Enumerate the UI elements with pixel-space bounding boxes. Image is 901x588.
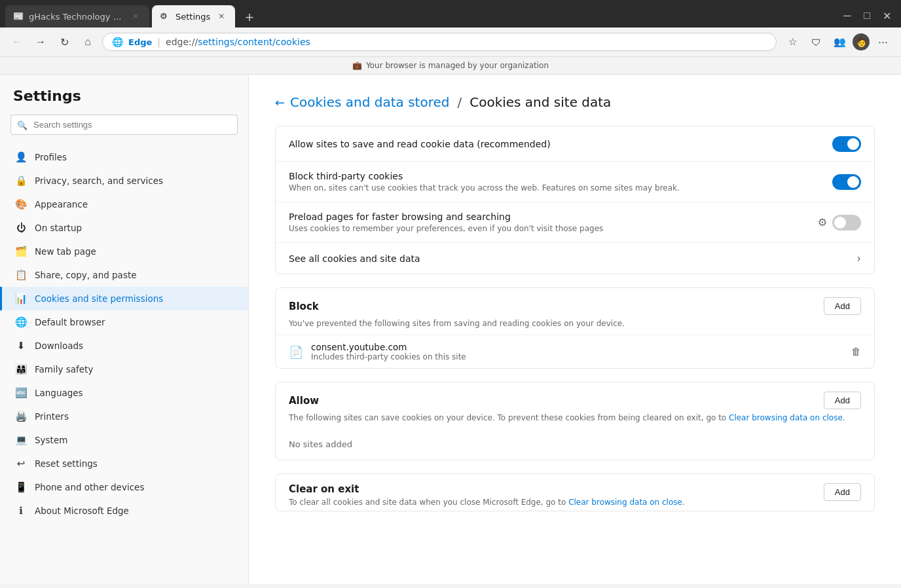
back-breadcrumb-button[interactable]: ← (275, 96, 285, 109)
sidebar-label-newtab: New tab page (35, 246, 96, 257)
sidebar-item-cookies[interactable]: 📊 Cookies and site permissions (0, 287, 248, 310)
see-all-cookies-row[interactable]: See all cookies and site data › (276, 243, 874, 274)
sidebar-title: Settings (0, 88, 248, 115)
home-button[interactable]: ⌂ (79, 33, 97, 51)
maximize-button[interactable]: □ (858, 7, 876, 25)
sidebar-item-printers[interactable]: 🖨️ Printers (0, 405, 248, 428)
sidebar-label-languages: Languages (35, 388, 83, 398)
sidebar-item-share[interactable]: 📋 Share, copy, and paste (0, 263, 248, 287)
forward-button[interactable]: → (31, 33, 50, 51)
sidebar-item-languages[interactable]: 🔤 Languages (0, 381, 248, 405)
profile-avatar[interactable]: 🧑 (853, 33, 870, 50)
shield-icon-button[interactable]: 🛡 (805, 31, 826, 52)
preload-pages-control: ⚙ (818, 215, 861, 230)
sidebar-item-downloads[interactable]: ⬇️ Downloads (0, 334, 248, 358)
delete-blocked-site-button[interactable]: 🗑 (851, 346, 861, 358)
inactive-tab[interactable]: 📰 gHacks Technology News ✕ (5, 5, 149, 28)
sidebar-label-startup: On startup (35, 223, 82, 233)
sidebar-item-privacy[interactable]: 🔒 Privacy, search, and services (0, 169, 248, 193)
allow-cookies-row: Allow sites to save and read cookie data… (276, 126, 874, 162)
block-section-desc: You've prevented the following sites fro… (276, 319, 874, 335)
search-box: 🔍 (10, 115, 238, 135)
blocked-site-name: consent.youtube.com (311, 342, 843, 352)
clear-add-button[interactable]: Add (824, 483, 861, 501)
sidebar-item-newtab[interactable]: 🗂️ New tab page (0, 240, 248, 263)
allow-cookies-toggle[interactable] (832, 136, 861, 152)
settings-sidebar: Settings 🔍 👤 Profiles 🔒 Privacy, search,… (0, 75, 249, 584)
search-input[interactable] (10, 115, 238, 135)
tab-close-1[interactable]: ✕ (130, 10, 141, 22)
clear-on-exit-title: Clear on exit (289, 483, 685, 495)
sidebar-item-profiles[interactable]: 👤 Profiles (0, 145, 248, 169)
sidebar-item-phone[interactable]: 📱 Phone and other devices (0, 475, 248, 499)
sidebar-label-system: System (35, 435, 67, 445)
favorites-button[interactable]: ☆ (782, 31, 803, 52)
allow-add-button[interactable]: Add (824, 392, 861, 409)
settings-more-button[interactable]: ⋯ (872, 31, 893, 52)
tab-close-2[interactable]: ✕ (215, 10, 227, 22)
address-url: edge://settings/content/cookies (166, 37, 310, 47)
newtab-icon: 🗂️ (15, 246, 27, 257)
sidebar-item-startup[interactable]: ⏻ On startup (0, 216, 248, 240)
allow-section-desc: The following sites can save cookies on … (276, 413, 874, 429)
about-icon: ℹ️ (15, 505, 27, 517)
sidebar-label-share: Share, copy, and paste (35, 270, 137, 280)
address-bar-field[interactable]: 🌐 Edge | edge://settings/content/cookies (102, 33, 777, 51)
sidebar-item-family[interactable]: 👨‍👩‍👧 Family safety (0, 358, 248, 381)
preload-pages-title: Preload pages for faster browsing and se… (289, 211, 818, 222)
cookies-icon: 📊 (15, 293, 27, 304)
breadcrumb-separator: / (457, 94, 462, 110)
breadcrumb-current: Cookies and site data (469, 94, 611, 110)
back-button[interactable]: ← (8, 33, 26, 51)
block-third-party-row: Block third-party cookies When on, sites… (276, 162, 874, 202)
sidebar-item-system[interactable]: 💻 System (0, 428, 248, 452)
cookie-settings-section: Allow sites to save and read cookie data… (275, 126, 875, 274)
sidebar-label-printers: Printers (35, 411, 69, 422)
sidebar-item-appearance[interactable]: 🎨 Appearance (0, 193, 248, 216)
refresh-button[interactable]: ↻ (55, 33, 73, 51)
block-third-party-toggle[interactable] (832, 174, 861, 190)
close-button[interactable]: ✕ (877, 7, 896, 25)
clear-on-exit-section: Clear on exit To clear all cookies and s… (275, 473, 875, 511)
profiles-icon: 👤 (15, 151, 27, 163)
allow-section-header: Allow Add (276, 382, 874, 413)
sidebar-item-default-browser[interactable]: 🌐 Default browser (0, 310, 248, 334)
block-section-title: Block (289, 301, 319, 312)
minimize-button[interactable]: ─ (838, 7, 856, 25)
clear-on-exit-header: Clear on exit To clear all cookies and s… (276, 474, 874, 511)
address-separator: | (157, 37, 160, 47)
sidebar-label-about: About Microsoft Edge (35, 505, 129, 516)
search-icon: 🔍 (17, 120, 28, 130)
clear-on-exit-desc: To clear all cookies and site data when … (289, 498, 685, 507)
preload-pages-toggle[interactable] (832, 215, 861, 230)
share-icon: 📋 (15, 269, 27, 281)
url-scheme: edge:// (166, 37, 198, 47)
clear-browsing-link-1[interactable]: Clear browsing data on close (729, 413, 843, 422)
url-path: settings/content/cookies (198, 37, 310, 47)
allow-cookies-title: Allow sites to save and read cookie data… (289, 139, 832, 149)
clear-browsing-link-2[interactable]: Clear browsing data on close (568, 498, 682, 507)
sidebar-label-family: Family safety (35, 364, 93, 375)
briefcase-icon: 💼 (352, 61, 362, 70)
clear-desc-prefix: To clear all cookies and site data when … (289, 498, 568, 507)
preload-pages-desc: Uses cookies to remember your preference… (289, 224, 818, 233)
active-tab[interactable]: ⚙️ Settings ✕ (152, 5, 235, 28)
block-add-button[interactable]: Add (824, 297, 861, 315)
breadcrumb-link[interactable]: Cookies and data stored (290, 94, 449, 110)
blocked-site-entry: 📄 consent.youtube.com Includes third-par… (276, 335, 874, 368)
browser-essentials-button[interactable]: 👥 (829, 31, 850, 52)
block-third-party-control (832, 174, 861, 190)
gear-icon: ⚙ (818, 216, 827, 229)
new-tab-button[interactable]: + (238, 6, 261, 28)
content-area: ← Cookies and data stored / Cookies and … (249, 75, 901, 584)
tab-title-2: Settings (175, 12, 210, 22)
sidebar-item-reset[interactable]: ↩️ Reset settings (0, 452, 248, 475)
appearance-icon: 🎨 (15, 198, 27, 210)
system-icon: 💻 (15, 434, 27, 446)
block-third-party-desc: When on, sites can't use cookies that tr… (289, 183, 832, 193)
allow-section-title: Allow (289, 395, 319, 407)
sidebar-item-about[interactable]: ℹ️ About Microsoft Edge (0, 499, 248, 523)
page-header: ← Cookies and data stored / Cookies and … (275, 94, 875, 110)
sidebar-label-profiles: Profiles (35, 152, 67, 162)
sidebar-label-phone: Phone and other devices (35, 482, 144, 492)
